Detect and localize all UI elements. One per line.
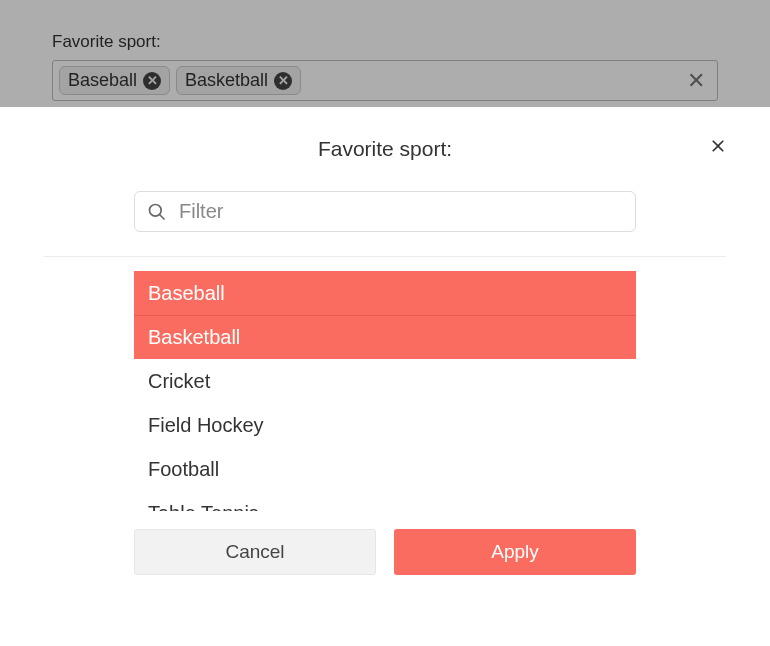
modal-title: Favorite sport:: [0, 137, 770, 161]
cancel-button[interactable]: Cancel: [134, 529, 376, 575]
filter-box[interactable]: [134, 191, 636, 232]
list-item-label: Field Hockey: [148, 414, 264, 436]
list-item[interactable]: Table Tennis: [134, 491, 636, 511]
list-item-label: Basketball: [148, 326, 240, 348]
list-item-label: Baseball: [148, 282, 225, 304]
list-item[interactable]: Field Hockey: [134, 403, 636, 447]
field-label: Favorite sport:: [52, 32, 718, 52]
page-backdrop: Favorite sport: Baseball ✕ Basketball ✕ …: [0, 0, 770, 107]
filter-input[interactable]: [179, 200, 623, 223]
apply-button[interactable]: Apply: [394, 529, 636, 575]
chip-label: Basketball: [185, 70, 268, 91]
close-icon[interactable]: [708, 136, 728, 162]
list-item[interactable]: Basketball: [134, 315, 636, 359]
close-icon[interactable]: ✕: [143, 72, 161, 90]
list-item-label: Table Tennis: [148, 502, 259, 511]
svg-line-1: [160, 214, 165, 219]
divider: [44, 256, 726, 257]
chip-field[interactable]: Baseball ✕ Basketball ✕ ✕: [52, 60, 718, 101]
chip[interactable]: Basketball ✕: [176, 66, 301, 95]
close-icon[interactable]: ✕: [274, 72, 292, 90]
list-item[interactable]: Baseball: [134, 271, 636, 315]
list-item[interactable]: Cricket: [134, 359, 636, 403]
chip-label: Baseball: [68, 70, 137, 91]
list-item-label: Cricket: [148, 370, 210, 392]
list-item-label: Football: [148, 458, 219, 480]
svg-point-0: [150, 204, 162, 216]
clear-field-icon[interactable]: ✕: [681, 68, 711, 94]
search-icon: [147, 202, 167, 222]
options-list[interactable]: Baseball Basketball Cricket Field Hockey…: [134, 271, 636, 511]
list-item[interactable]: Football: [134, 447, 636, 491]
chip[interactable]: Baseball ✕: [59, 66, 170, 95]
selection-modal: Favorite sport: Baseball Basketball Cric…: [0, 107, 770, 615]
